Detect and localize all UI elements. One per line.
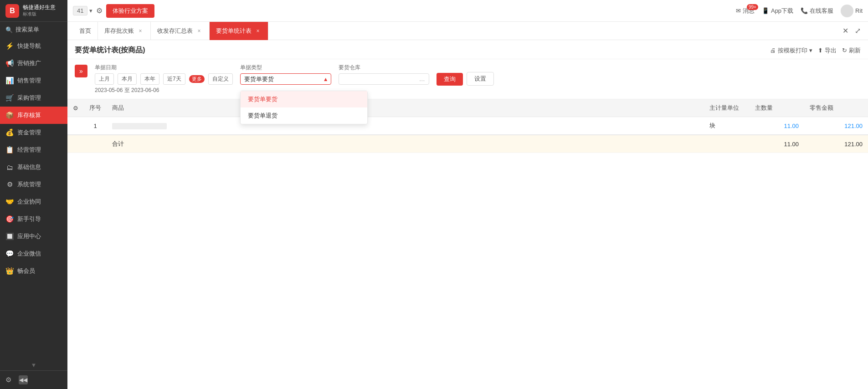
- page-header: 要货单统计表(按商品) 🖨 按模板打印 ▾ ⬆ 导出 ↻ 刷新: [67, 40, 868, 59]
- more-badge[interactable]: 更多: [189, 75, 205, 83]
- tab-home-label: 首页: [79, 27, 91, 35]
- user-name: Rit: [855, 7, 863, 14]
- nav-label-sales: 销售管理: [17, 77, 41, 85]
- online-service-label: 在线客服: [810, 7, 833, 15]
- summary-empty-1: [67, 135, 84, 153]
- nav-label-inventory: 库存核算: [17, 111, 41, 119]
- search-label: 搜索菜单: [15, 26, 39, 34]
- export-action[interactable]: ⬆ 导出: [818, 46, 837, 55]
- search-menu[interactable]: 🔍 搜索菜单: [0, 22, 67, 37]
- tab-collect-close[interactable]: ×: [195, 27, 203, 35]
- tab-order-stats[interactable]: 要货单统计表 ×: [210, 22, 268, 40]
- td-qty: 11.00: [750, 117, 804, 135]
- nav-icon-finance: 💰: [5, 128, 14, 137]
- nav-icon-purchase: 🛒: [5, 94, 14, 102]
- nav-icon-quick: ⚡: [5, 42, 14, 50]
- sidebar-item-operation[interactable]: 📋 经营管理: [0, 141, 67, 159]
- expand-icon: »: [79, 67, 83, 75]
- warehouse-filter-label: 要货仓库: [339, 64, 429, 72]
- sidebar: B 畅捷通好生意 标准版 🔍 搜索菜单 ⚡ 快捷导航 📢 营销推广 📊 销售管理…: [0, 0, 67, 389]
- dropdown-icon[interactable]: ▾: [89, 7, 92, 14]
- sidebar-item-sales[interactable]: 📊 销售管理: [0, 72, 67, 89]
- tab-batch[interactable]: 库存批次账 ×: [98, 22, 151, 40]
- sidebar-item-quick-nav[interactable]: ⚡ 快捷导航: [0, 37, 67, 55]
- message-item[interactable]: ✉ 消息 99+: [736, 7, 755, 15]
- amount-link[interactable]: 121.00: [844, 123, 863, 129]
- nav-icon-inventory: 📦: [5, 111, 14, 119]
- last-7-days-btn[interactable]: 近7天: [163, 73, 185, 85]
- expand-button[interactable]: »: [75, 65, 87, 77]
- this-month-btn[interactable]: 本月: [118, 73, 137, 85]
- tab-home[interactable]: 首页: [73, 22, 98, 40]
- sidebar-item-member[interactable]: 👑 畅会员: [0, 262, 67, 280]
- summary-label: 合计: [107, 135, 704, 153]
- sidebar-item-app-center[interactable]: 🔲 应用中心: [0, 228, 67, 245]
- logo-sub: 标准版: [23, 11, 56, 17]
- tab-collect[interactable]: 收发存汇总表 ×: [151, 22, 210, 40]
- print-label: 按模板打印: [778, 46, 807, 55]
- sidebar-item-purchase[interactable]: 🛒 采购管理: [0, 89, 67, 107]
- tab-count: 41: [73, 6, 87, 15]
- th-amount: 零售金额: [804, 99, 868, 117]
- print-dropdown-icon: ▾: [809, 47, 812, 54]
- sidebar-item-enterprise[interactable]: 🤝 企业协同: [0, 193, 67, 210]
- app-download-item[interactable]: 📱 App下载: [762, 7, 793, 15]
- sidebar-item-system[interactable]: ⚙ 系统管理: [0, 176, 67, 193]
- collapse-button[interactable]: ◀◀: [19, 375, 28, 384]
- td-seq: 1: [84, 117, 107, 135]
- print-action[interactable]: 🖨 按模板打印 ▾: [770, 46, 812, 55]
- type-select-wrapper: 要货单要货 要货单退货 ▲ 要货单要货 要货单退货: [240, 73, 331, 85]
- settings-icon[interactable]: ⚙: [5, 376, 11, 384]
- sidebar-item-inventory[interactable]: 📦 库存核算: [0, 107, 67, 124]
- qty-link[interactable]: 11.00: [784, 123, 799, 129]
- sidebar-item-finance[interactable]: 💰 资金管理: [0, 124, 67, 141]
- data-table: ⚙ 序号 商品 主计量单位 主数量 零售金额 1: [67, 99, 868, 153]
- nav-label-marketing: 营销推广: [17, 59, 41, 67]
- nav-label-guide: 新手引导: [17, 215, 41, 223]
- last-month-btn[interactable]: 上月: [95, 73, 114, 85]
- nav-label-enterprise: 企业协同: [17, 198, 41, 206]
- online-service-item[interactable]: 📞 在线客服: [801, 7, 833, 15]
- nav-label-basic: 基础信息: [17, 163, 41, 171]
- sidebar-item-marketing[interactable]: 📢 营销推广: [0, 55, 67, 72]
- nav-icon-guide: 🎯: [5, 215, 14, 223]
- tab-collect-label: 收发存汇总表: [157, 27, 193, 35]
- query-button[interactable]: 查询: [437, 73, 463, 86]
- header-left: 41 ▾ ⚙ 体验行业方案: [73, 4, 154, 18]
- nav-label-system: 系统管理: [17, 180, 41, 189]
- sidebar-item-guide[interactable]: 🎯 新手引导: [0, 210, 67, 228]
- summary-empty-2: [84, 135, 107, 153]
- tab-order-stats-close[interactable]: ×: [254, 27, 262, 35]
- th-goods: 商品: [107, 99, 704, 117]
- tabs-close-all[interactable]: ✕: [841, 25, 850, 37]
- trial-button[interactable]: 体验行业方案: [106, 4, 154, 18]
- warehouse-input[interactable]: [343, 76, 419, 82]
- nav-icon-member: 👑: [5, 267, 14, 275]
- page-content: 要货单统计表(按商品) 🖨 按模板打印 ▾ ⬆ 导出 ↻ 刷新: [67, 40, 868, 389]
- logo-icon: B: [5, 4, 19, 18]
- warehouse-more-icon[interactable]: …: [419, 76, 425, 82]
- custom-btn[interactable]: 自定义: [208, 73, 233, 85]
- export-label: 导出: [825, 46, 837, 55]
- warehouse-filter-group: 要货仓库 …: [339, 64, 429, 85]
- sidebar-item-wechat[interactable]: 💬 企业微信: [0, 245, 67, 262]
- dropdown-item-order[interactable]: 要货单要货: [241, 91, 367, 107]
- header-settings-icon[interactable]: ⚙: [96, 6, 103, 15]
- sidebar-scroll-down[interactable]: ▼: [0, 360, 67, 370]
- td-settings: [67, 117, 84, 135]
- type-select[interactable]: 要货单要货 要货单退货: [240, 73, 331, 85]
- nav-label-operation: 经营管理: [17, 146, 41, 154]
- tab-batch-close[interactable]: ×: [137, 27, 144, 35]
- sidebar-item-basic[interactable]: 🗂 基础信息: [0, 159, 67, 176]
- user-avatar-item[interactable]: Rit: [841, 5, 863, 17]
- this-year-btn[interactable]: 本年: [140, 73, 159, 85]
- refresh-action[interactable]: ↻ 刷新: [842, 46, 861, 55]
- td-goods: [107, 117, 704, 135]
- th-settings[interactable]: ⚙: [67, 99, 84, 117]
- dropdown-item-return[interactable]: 要货单退货: [241, 107, 367, 124]
- tabs-expand[interactable]: ⤢: [853, 25, 863, 37]
- message-icon: ✉: [736, 7, 741, 14]
- type-filter-group: 单据类型 要货单要货 要货单退货 ▲ 要货单要货 要货单退货: [240, 64, 331, 85]
- logo-name: 畅捷通好生意: [23, 4, 56, 11]
- settings-button[interactable]: 设置: [467, 72, 494, 86]
